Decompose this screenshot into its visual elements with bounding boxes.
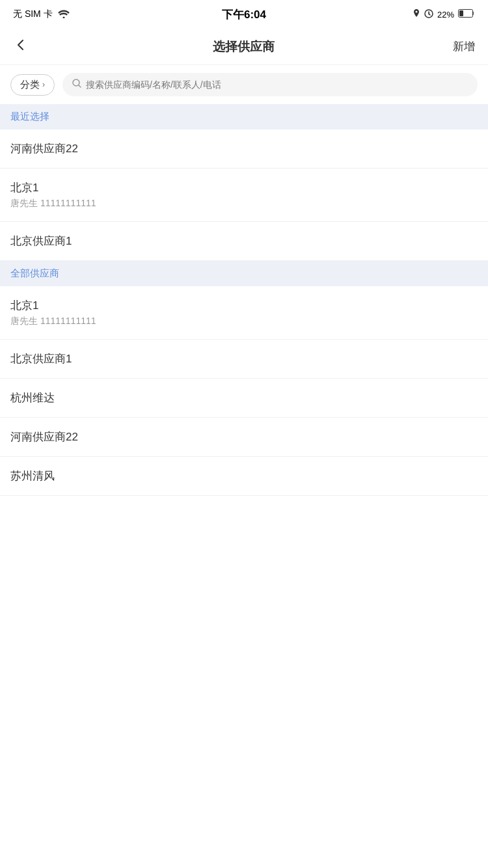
item-name: 杭州维达 bbox=[10, 390, 478, 405]
all-section-label: 全部供应商 bbox=[10, 267, 59, 278]
list-item[interactable]: 河南供应商22 bbox=[0, 129, 488, 169]
all-section-header: 全部供应商 bbox=[0, 261, 488, 286]
status-right: 22% bbox=[413, 9, 475, 20]
item-name: 北京1 bbox=[10, 298, 478, 313]
recent-section-header: 最近选择 bbox=[0, 104, 488, 129]
item-name: 河南供应商22 bbox=[10, 141, 478, 156]
status-bar: 无 SIM 卡 下午6:04 22% bbox=[0, 0, 488, 29]
wifi-icon bbox=[58, 9, 70, 20]
item-name: 苏州清风 bbox=[10, 468, 478, 483]
svg-rect-2 bbox=[459, 10, 463, 16]
item-name: 北京1 bbox=[10, 180, 478, 195]
all-items-list: 北京1唐先生 11111111111北京供应商1杭州维达河南供应商22苏州清风 bbox=[0, 286, 488, 496]
battery-text: 22% bbox=[437, 10, 454, 20]
status-left: 无 SIM 卡 bbox=[13, 8, 70, 20]
nav-bar: 选择供应商 新增 bbox=[0, 29, 488, 65]
list-item[interactable]: 北京供应商1 bbox=[0, 222, 488, 261]
filter-bar: 分类 › bbox=[0, 65, 488, 104]
clock-icon bbox=[424, 9, 433, 20]
recent-section-label: 最近选择 bbox=[10, 111, 49, 122]
item-name: 北京供应商1 bbox=[10, 234, 478, 249]
back-button[interactable] bbox=[13, 34, 34, 59]
item-name: 河南供应商22 bbox=[10, 429, 478, 444]
status-time: 下午6:04 bbox=[222, 7, 266, 22]
list-item[interactable]: 苏州清风 bbox=[0, 457, 488, 496]
chevron-right-icon: › bbox=[42, 80, 45, 89]
item-sub: 唐先生 11111111111 bbox=[10, 316, 478, 327]
location-icon bbox=[413, 9, 420, 20]
category-label: 分类 bbox=[20, 79, 40, 91]
list-item[interactable]: 河南供应商22 bbox=[0, 418, 488, 457]
search-box bbox=[62, 73, 478, 96]
carrier-text: 无 SIM 卡 bbox=[13, 8, 53, 20]
recent-items-list: 河南供应商22北京1唐先生 11111111111北京供应商1 bbox=[0, 129, 488, 261]
add-button[interactable]: 新增 bbox=[453, 39, 475, 54]
list-item[interactable]: 北京供应商1 bbox=[0, 340, 488, 379]
page-title: 选择供应商 bbox=[213, 38, 275, 55]
search-input[interactable] bbox=[86, 79, 468, 90]
list-item[interactable]: 北京1唐先生 11111111111 bbox=[0, 169, 488, 222]
battery-icon bbox=[458, 9, 475, 20]
search-icon bbox=[72, 78, 82, 91]
list-item[interactable]: 杭州维达 bbox=[0, 379, 488, 418]
category-button[interactable]: 分类 › bbox=[10, 74, 55, 96]
item-sub: 唐先生 11111111111 bbox=[10, 198, 478, 210]
item-name: 北京供应商1 bbox=[10, 351, 478, 366]
list-item[interactable]: 北京1唐先生 11111111111 bbox=[0, 286, 488, 340]
